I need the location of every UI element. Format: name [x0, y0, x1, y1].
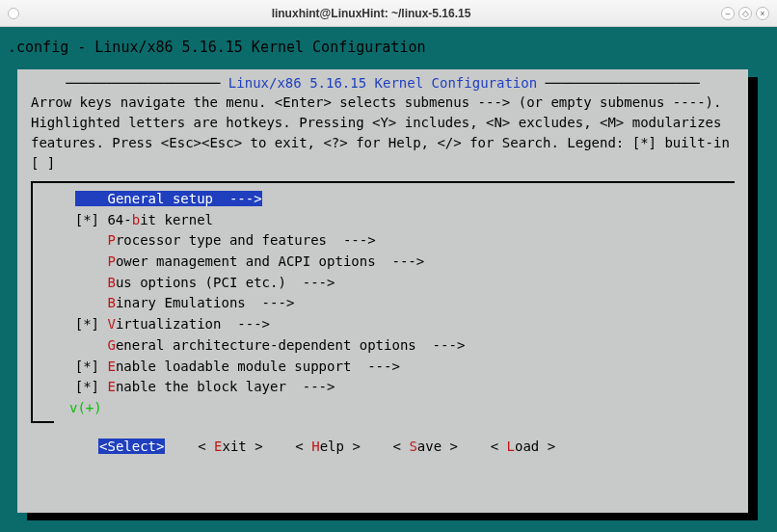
load-button[interactable]: < Load >	[491, 439, 555, 454]
menuconfig-dialog: ─────────────────── Linux/x86 5.16.15 Ke…	[17, 69, 748, 513]
dialog-title: Linux/x86 5.16.15 Kernel Configuration	[228, 75, 537, 91]
menu-box: General setup ---> [*] 64-bit kernel Pro…	[31, 181, 735, 423]
button-bar: <Select> < Exit > < Help > < Save > < Lo…	[31, 439, 735, 454]
exit-button[interactable]: < Exit >	[198, 439, 262, 454]
menu-item[interactable]: Binary Emulations --->	[42, 293, 725, 314]
terminal: .config - Linux/x86 5.16.15 Kernel Confi…	[0, 27, 777, 532]
menu-item[interactable]: Bus options (PCI etc.) --->	[42, 273, 725, 294]
window-title: linuxhint@LinuxHint: ~/linux-5.16.15	[25, 7, 717, 20]
menu-item[interactable]: [*] Virtualization --->	[42, 314, 725, 335]
window-titlebar: linuxhint@LinuxHint: ~/linux-5.16.15 – ◇…	[0, 0, 777, 27]
menu-item[interactable]: General setup --->	[42, 189, 725, 210]
menu-item[interactable]: [*] 64-bit kernel	[42, 210, 725, 231]
menu-item[interactable]: Processor type and features --->	[42, 230, 725, 252]
instructions-text: Arrow keys navigate the menu. <Enter> se…	[31, 93, 735, 173]
menu-item[interactable]: Power management and ACPI options --->	[42, 252, 725, 273]
minimize-button[interactable]: –	[721, 7, 735, 20]
more-indicator: v(+)	[42, 398, 725, 419]
select-button[interactable]: <Select>	[98, 439, 165, 454]
maximize-button[interactable]: ◇	[738, 7, 752, 20]
menu-item[interactable]: General architecture-dependent options -…	[42, 335, 725, 357]
config-header: .config - Linux/x86 5.16.15 Kernel Confi…	[6, 35, 765, 62]
dialog-title-dash-left: ───────────────────	[66, 75, 228, 91]
menu-item[interactable]: [*] Enable loadable module support --->	[42, 357, 725, 378]
menu-item[interactable]: [*] Enable the block layer --->	[42, 377, 725, 398]
save-button[interactable]: < Save >	[393, 439, 458, 454]
app-menu-icon[interactable]	[8, 8, 19, 19]
dialog-title-dash-right: ───────────────────	[537, 75, 700, 91]
close-button[interactable]: ×	[756, 7, 769, 20]
help-button[interactable]: < Help >	[295, 439, 360, 454]
